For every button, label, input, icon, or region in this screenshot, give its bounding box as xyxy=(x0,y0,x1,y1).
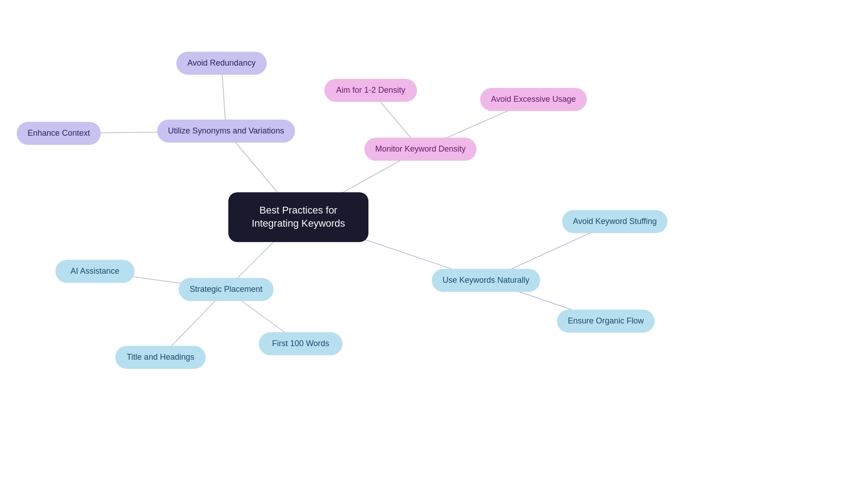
node-aim-for-density[interactable]: Aim for 1-2 Density xyxy=(325,79,417,102)
node-avoid-redundancy[interactable]: Avoid Redundancy xyxy=(176,52,267,75)
node-avoid-excessive-usage[interactable]: Avoid Excessive Usage xyxy=(480,88,587,111)
node-strategic-placement[interactable]: Strategic Placement xyxy=(179,278,274,301)
node-title-and-headings[interactable]: Title and Headings xyxy=(115,346,206,369)
connection-lines xyxy=(0,0,868,490)
node-ai-assistance[interactable]: AI Assistance xyxy=(56,260,135,283)
node-utilize-synonyms[interactable]: Utilize Synonyms and Variations xyxy=(157,119,295,143)
center-node[interactable]: Best Practices for Integrating Keywords xyxy=(228,192,368,242)
node-enhance-context[interactable]: Enhance Context xyxy=(17,122,101,145)
node-use-keywords-naturally[interactable]: Use Keywords Naturally xyxy=(432,269,540,292)
node-avoid-keyword-stuffing[interactable]: Avoid Keyword Stuffing xyxy=(562,210,667,233)
node-first-100-words[interactable]: First 100 Words xyxy=(259,332,343,355)
mindmap-container: Best Practices for Integrating KeywordsU… xyxy=(0,0,868,490)
node-ensure-organic-flow[interactable]: Ensure Organic Flow xyxy=(557,309,655,333)
node-monitor-keyword-density[interactable]: Monitor Keyword Density xyxy=(364,138,476,161)
